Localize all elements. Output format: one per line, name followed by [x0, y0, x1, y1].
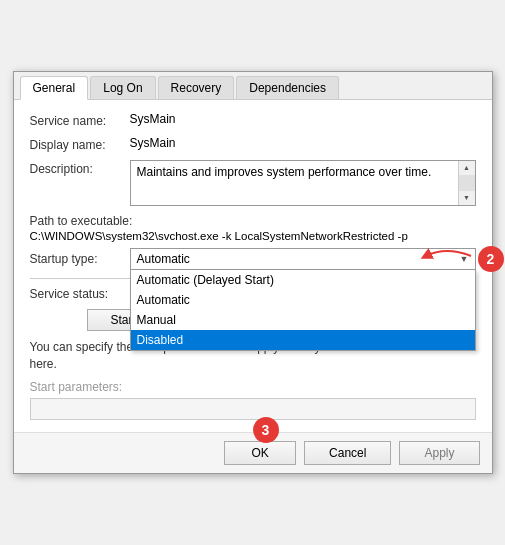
startup-type-label: Startup type: — [30, 252, 130, 266]
startup-dropdown-value: Automatic — [137, 252, 190, 266]
path-section: Path to executable: C:\WINDOWS\system32\… — [30, 214, 476, 242]
service-name-row: Service name: SysMain — [30, 112, 476, 128]
dialog: General Log On Recovery Dependencies Ser… — [13, 71, 493, 475]
tab-recovery[interactable]: Recovery — [158, 76, 235, 99]
service-name-value: SysMain — [130, 112, 476, 126]
description-textarea[interactable] — [131, 161, 458, 205]
description-box: ▲ ▼ — [130, 160, 476, 206]
tab-content: Service name: SysMain Display name: SysM… — [14, 100, 492, 433]
display-name-value: SysMain — [130, 136, 476, 150]
description-label: Description: — [30, 160, 130, 176]
dropdown-list: Automatic (Delayed Start) Automatic Manu… — [130, 270, 476, 351]
start-params-input[interactable] — [30, 398, 476, 420]
startup-dropdown-wrapper: Automatic ▼ Automatic (Delayed Start) Au… — [130, 248, 476, 270]
display-name-label: Display name: — [30, 136, 130, 152]
scroll-up-btn[interactable]: ▲ — [459, 161, 475, 175]
dropdown-option-manual[interactable]: Manual — [131, 310, 475, 330]
tab-logon[interactable]: Log On — [90, 76, 155, 99]
annotation-2: 2 — [478, 246, 504, 272]
start-params-label: Start parameters: — [30, 380, 476, 394]
service-name-label: Service name: — [30, 112, 130, 128]
cancel-button[interactable]: Cancel — [304, 441, 391, 465]
scroll-down-btn[interactable]: ▼ — [459, 191, 475, 205]
description-scrollbar: ▲ ▼ — [458, 161, 475, 205]
service-status-label: Service status: — [30, 287, 130, 301]
startup-type-row: Startup type: Automatic ▼ Automatic (Del… — [30, 248, 476, 270]
footer: 3 OK Cancel Apply — [14, 432, 492, 473]
path-label: Path to executable: — [30, 214, 476, 228]
display-name-row: Display name: SysMain — [30, 136, 476, 152]
dropdown-option-disabled[interactable]: Disabled — [131, 330, 475, 350]
tab-bar: General Log On Recovery Dependencies — [14, 72, 492, 100]
dropdown-option-auto[interactable]: Automatic — [131, 290, 475, 310]
apply-button[interactable]: Apply — [399, 441, 479, 465]
path-value: C:\WINDOWS\system32\svchost.exe -k Local… — [30, 230, 476, 242]
arrow-2-svg — [416, 241, 476, 271]
tab-general[interactable]: General — [20, 76, 89, 100]
dropdown-option-auto-delayed[interactable]: Automatic (Delayed Start) — [131, 270, 475, 290]
ok-button[interactable]: OK — [224, 441, 296, 465]
description-row: Description: ▲ ▼ — [30, 160, 476, 206]
tab-dependencies[interactable]: Dependencies — [236, 76, 339, 99]
